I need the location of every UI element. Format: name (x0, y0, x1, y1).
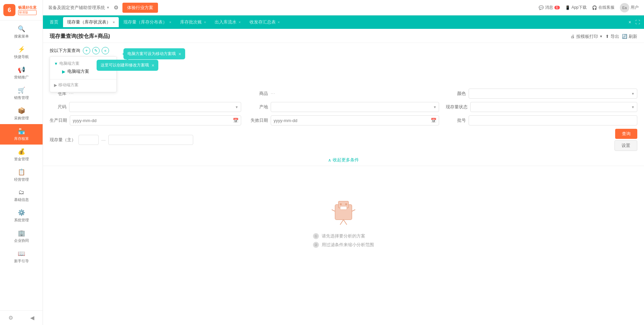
filter-row-3: 生产日期 📅 失效日期 📅 (50, 115, 637, 125)
purchase-nav-icon: 📦 (18, 107, 25, 114)
message-item[interactable]: 💬 消息 6 (539, 5, 560, 10)
app-download-item[interactable]: 📱 App下载 (565, 5, 587, 10)
sidebar-item-inventory[interactable]: 🏪 库存核算 (0, 124, 43, 145)
tooltip-scheme-close[interactable]: × (178, 51, 181, 57)
tab-bar-right: × ⛶ (627, 18, 641, 26)
search-button[interactable]: 查询 (615, 129, 637, 139)
step-num-2: ② (313, 242, 319, 248)
sidebar-item-guide[interactable]: 📖 新手引导 (0, 247, 43, 267)
support-icon: 🎧 (592, 5, 597, 10)
sidebar-item-label-operations: 经营管理 (14, 177, 29, 182)
support-item[interactable]: 🎧 在线客服 (592, 5, 614, 10)
sidebar-item-label-system: 系统管理 (14, 218, 29, 223)
logo-text: 畅通好生意 标准版 (18, 5, 37, 15)
quick-nav-icon: ⚡ (18, 46, 25, 53)
scheme-section-mobile-title[interactable]: ▶ 移动端方案 (54, 82, 112, 88)
logo-area: 6 畅通好生意 标准版 (0, 0, 43, 20)
tab-fullscreen-btn[interactable]: ⛶ (634, 18, 641, 26)
collapse-bar[interactable]: ∧ 收起更多条件 (50, 154, 637, 166)
filter-row-1: 仓库 ··· 商品 ··· 颜色 (50, 89, 637, 99)
gear-settings-icon[interactable]: ⚙ (114, 4, 118, 11)
print-icon: 🖨 (571, 34, 575, 39)
sidebar-item-system[interactable]: ⚙️ 系统管理 (0, 206, 43, 226)
scheme-section-mobile: ▶ 移动端方案 (50, 81, 116, 89)
tab-in-out-flow[interactable]: 出入库流水 × (211, 17, 245, 27)
pc-section-label: 电脑端方案 (59, 61, 79, 66)
edit-scheme-btn[interactable]: ✎ (92, 47, 100, 54)
sidebar-item-purchase[interactable]: 📦 采购管理 (0, 104, 43, 124)
color-select[interactable] (469, 89, 637, 99)
scheme-item-label: 电脑端方案 (67, 68, 89, 74)
sidebar-item-marketing[interactable]: 📢 营销推广 (0, 63, 43, 83)
tab-close-batch-ledger[interactable]: × (204, 20, 206, 24)
stock-main-field: 现存量（主） — (50, 135, 193, 145)
tab-batch-ledger[interactable]: 库存批次账 × (176, 17, 210, 27)
sidebar-item-operations[interactable]: 📋 经营管理 (0, 165, 43, 185)
svg-point-3 (345, 203, 347, 205)
scheme-item-bullet: ▶ (62, 69, 65, 74)
expiry-date-input[interactable] (271, 115, 439, 125)
origin-select[interactable] (271, 102, 439, 112)
sidebar-item-sales[interactable]: 🛒 销售管理 (0, 83, 43, 104)
system-title-select[interactable]: 装备及固定资产辅助管理系统 ▼ (48, 5, 110, 11)
expiry-date-field: 失效日期 📅 (248, 115, 439, 125)
empty-state-illustration (327, 193, 360, 226)
page-content: 现存量查询(按仓库+商品) 🖨 按模板打印 ▼ ⬆ 导出 🔄 刷新 (43, 29, 644, 325)
stock-main-input[interactable] (78, 135, 99, 145)
sidebar-item-enterprise[interactable]: 🏢 企业协同 (0, 226, 43, 247)
tab-close-inventory-status[interactable]: × (113, 20, 115, 24)
expiry-date-calendar-icon[interactable]: 📅 (431, 118, 436, 123)
production-date-calendar-icon[interactable]: 📅 (233, 118, 238, 123)
tab-close-receive-summary[interactable]: × (278, 20, 280, 24)
stock-main-label: 现存量（主） (50, 137, 76, 143)
export-label: 导出 (610, 34, 619, 40)
filter-row-4: 现存量（主） — 查询 设置 (50, 129, 637, 151)
tab-inventory-dist[interactable]: 现存量（库存分布表） × (119, 17, 175, 27)
stock-main-input-2[interactable] (108, 135, 193, 145)
industry-button[interactable]: 体验行业方案 (122, 3, 158, 13)
sidebar-item-label-inventory: 库存核算 (14, 136, 29, 141)
settings-bottom-btn[interactable]: ⚙ (6, 313, 16, 322)
tab-inventory-status[interactable]: 现存量（库存状况表） × (63, 17, 119, 27)
export-btn[interactable]: ⬆ 导出 (605, 34, 619, 40)
support-label: 在线客服 (598, 5, 614, 10)
tab-close-inventory-dist[interactable]: × (169, 20, 171, 24)
product-field: 商品 ··· (248, 91, 439, 97)
sidebar-item-search[interactable]: 🔍 搜索菜单 (0, 22, 43, 42)
tab-bar: 首页 现存量（库存状况表） × 现存量（库存分布表） × 库存批次账 × 出入库… (43, 15, 644, 29)
sidebar-item-quick[interactable]: ⚡ 快捷导航 (0, 42, 43, 63)
sidebar-item-finance[interactable]: 💰 资金管理 (0, 145, 43, 165)
finance-nav-icon: 💰 (18, 148, 25, 155)
tooltip-create-close[interactable]: × (152, 63, 154, 68)
tooltip-scheme-bubble: 电脑方案可设为移动方案哦 × (123, 48, 185, 59)
sidebar-item-label-quick: 快捷导航 (14, 54, 29, 59)
tab-close-all-btn[interactable]: × (627, 18, 633, 26)
sidebar-item-label-purchase: 采购管理 (14, 116, 29, 121)
add-scheme-btn[interactable]: + (83, 47, 90, 54)
product-dots[interactable]: ··· (271, 91, 275, 97)
refresh-btn[interactable]: 🔄 刷新 (622, 34, 637, 40)
color-label: 颜色 (446, 91, 466, 97)
collapse-bottom-btn[interactable]: ◀ (28, 313, 37, 322)
stock-status-select[interactable] (470, 102, 637, 112)
search-btns: 查询 设置 (494, 129, 637, 151)
product-label: 商品 (248, 91, 268, 97)
print-btn[interactable]: 🖨 按模板打印 ▼ (571, 34, 603, 40)
back-scheme-btn[interactable]: « (102, 47, 109, 54)
size-select[interactable] (69, 102, 241, 112)
tab-receive-summary[interactable]: 收发存汇总表 × (246, 17, 284, 27)
filter-actions: + ✎ « (83, 47, 109, 54)
reset-button[interactable]: 设置 (614, 140, 637, 151)
batch-no-input[interactable] (469, 115, 637, 125)
production-date-input[interactable] (70, 115, 241, 125)
empty-step-1-text: 请先选择要分析的方案 (322, 232, 365, 240)
search-nav-icon: 🔍 (18, 25, 25, 33)
message-label: 消息 (545, 5, 553, 10)
refresh-icon: 🔄 (622, 34, 627, 39)
tab-in-out-flow-label: 出入库流水 (215, 19, 236, 25)
step-num-1: ① (313, 233, 319, 239)
user-item[interactable]: Ea 用户 (620, 3, 639, 12)
sidebar-item-basic[interactable]: 🗂 基础信息 (0, 185, 43, 206)
tab-home[interactable]: 首页 (46, 17, 62, 27)
tab-close-in-out-flow[interactable]: × (238, 20, 240, 24)
